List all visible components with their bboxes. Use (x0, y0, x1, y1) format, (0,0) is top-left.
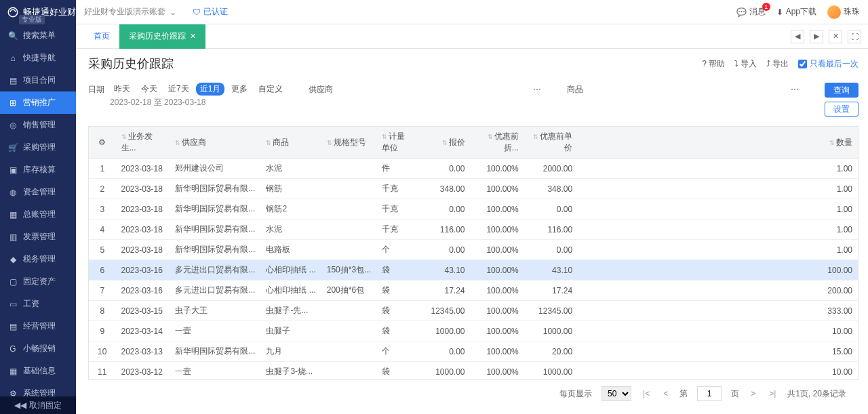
date-option[interactable]: 近1月 (196, 83, 225, 96)
query-button[interactable]: 查询 (825, 83, 859, 98)
supplier-more-button[interactable]: ⋯ (529, 85, 545, 94)
message-icon: 💬 (736, 7, 747, 17)
sidebar-item-cart[interactable]: ◎销售管理 (0, 114, 76, 136)
sort-icon[interactable]: ⇅ (121, 133, 127, 140)
sidebar-item-book[interactable]: ▦总账管理 (0, 203, 76, 226)
sort-icon[interactable]: ⇅ (382, 133, 387, 140)
sidebar-item-inv[interactable]: ▥发票管理 (0, 226, 76, 248)
tab-home[interactable]: 首页 (84, 24, 119, 49)
help-link[interactable]: ?帮助 (702, 58, 725, 70)
home-icon: ⌂ (8, 54, 18, 63)
next-page-button[interactable]: > (749, 389, 757, 398)
gear-icon[interactable]: ⚙ (98, 138, 106, 147)
table-cell: 100.00% (471, 281, 524, 301)
table-cell: 郑州建设公司 (170, 159, 260, 179)
sidebar-item-asset[interactable]: ▢固定资产 (0, 270, 76, 293)
table-row[interactable]: 12023-03-18郑州建设公司水泥件0.00100.00%2000.001.… (89, 159, 858, 179)
last-page-button[interactable]: >| (767, 389, 778, 398)
sidebar-item-g[interactable]: G小畅报销 (0, 337, 76, 360)
date-option[interactable]: 近7天 (164, 83, 193, 96)
sidebar-item-tax[interactable]: ◆税务管理 (0, 248, 76, 270)
sort-icon[interactable]: ⇅ (829, 140, 835, 146)
pin-toggle[interactable]: ◀◀ 取消固定 (0, 396, 76, 414)
column-header[interactable]: ⇅报价 (416, 127, 470, 159)
column-header[interactable]: ⇅规格型号 (321, 127, 376, 159)
org-selector[interactable]: 好业财专业版演示账套 ⌄ (84, 6, 176, 18)
user-menu[interactable]: 珠珠 (827, 5, 860, 19)
table-cell: 0.00 (524, 240, 578, 260)
only-last-input[interactable] (798, 60, 807, 68)
search-icon: 🔍 (8, 31, 18, 41)
download-button[interactable]: ⬇ App下载 (776, 6, 816, 18)
export-link[interactable]: ⤴导出 (766, 58, 789, 70)
sidebar-item-mega[interactable]: ⊞营销推广 (0, 91, 76, 114)
table-row[interactable]: 112023-03-12一壹虫腿子3-烧...袋1000.00100.00%10… (89, 362, 858, 380)
table-row[interactable]: 42023-03-18新华明国际贸易有限...水泥千克116.00100.00%… (89, 220, 858, 240)
tab-next-button[interactable]: ▶ (810, 30, 823, 43)
tab-prev-button[interactable]: ◀ (791, 30, 804, 43)
table-cell (321, 159, 376, 179)
sidebar-item-base[interactable]: ▦基础信息 (0, 360, 76, 382)
sidebar-item-money[interactable]: ◍资金管理 (0, 181, 76, 203)
sort-icon[interactable]: ⇅ (442, 140, 448, 146)
column-header[interactable]: ⇅优惠前单价 (524, 127, 578, 159)
org-name: 好业财专业版演示账套 (84, 6, 165, 18)
table-cell: 2023-03-16 (116, 281, 170, 301)
import-link[interactable]: ⤵导入 (734, 58, 757, 70)
prev-page-button[interactable]: < (661, 389, 670, 398)
sort-icon[interactable]: ⇅ (533, 133, 538, 140)
per-page-select[interactable]: 50 (601, 386, 631, 401)
wage-icon: ▭ (8, 299, 18, 309)
product-more-button[interactable]: ⋯ (787, 85, 803, 94)
column-header[interactable]: ⇅数量 (578, 127, 858, 159)
sidebar-item-biz[interactable]: ▤经营管理 (0, 315, 76, 337)
sidebar-item-search[interactable]: 🔍搜索菜单 (0, 24, 76, 47)
sidebar-item-doc[interactable]: ▤项目合同 (0, 69, 76, 91)
table-cell: 0.00 (416, 159, 470, 179)
date-option[interactable]: 今天 (137, 83, 161, 96)
import-icon: ⤵ (734, 59, 738, 68)
fullscreen-button[interactable]: ⛶ (848, 30, 861, 43)
sidebar-item-home[interactable]: ⌂快捷导航 (0, 47, 76, 69)
table-cell: 0.00 (524, 199, 578, 220)
table-row[interactable]: 72023-03-16多元进出口贸易有限...心相印抽纸 ...200抽*6包袋… (89, 281, 858, 301)
table-cell: 348.00 (524, 179, 578, 199)
sidebar-item-box[interactable]: ▣库存核算 (0, 159, 76, 181)
settings-button[interactable]: 设置 (825, 102, 859, 117)
column-header[interactable]: ⇅业务发生... (116, 127, 170, 159)
table-row[interactable]: 22023-03-18新华明国际贸易有限...钢筋千克348.00100.00%… (89, 179, 858, 199)
table-row[interactable]: 62023-03-16多元进出口贸易有限...心相印抽纸 ...150抽*3包.… (89, 260, 858, 281)
table-cell: 1000.00 (416, 321, 470, 341)
table-row[interactable]: 32023-03-18新华明国际贸易有限...钢筋2千克0.00100.00%0… (89, 199, 858, 220)
table-cell: 水泥 (260, 220, 321, 240)
column-header[interactable]: ⇅优惠前折... (471, 127, 524, 159)
table-cell: 件 (376, 159, 416, 179)
sort-icon[interactable]: ⇅ (175, 140, 180, 146)
date-option[interactable]: 昨天 (110, 83, 134, 96)
table-row[interactable]: 52023-03-18新华明国际贸易有限...电路板个0.00100.00%0.… (89, 240, 858, 260)
date-option[interactable]: 更多 (227, 83, 252, 96)
table-row[interactable]: 102023-03-13新华明国际贸易有限...九月个0.00100.00%20… (89, 341, 858, 362)
table-cell: 0.00 (416, 199, 470, 220)
tab-close-all-button[interactable]: ✕ (829, 30, 842, 43)
column-header[interactable]: ⇅商品 (260, 127, 321, 159)
table-cell: 新华明国际贸易有限... (170, 341, 260, 362)
sort-icon[interactable]: ⇅ (327, 140, 332, 146)
first-page-button[interactable]: |< (641, 389, 652, 398)
sidebar-item-wage[interactable]: ▭工资 (0, 293, 76, 315)
only-last-checkbox[interactable]: 只看最后一次 (798, 58, 859, 70)
date-option[interactable]: 自定义 (254, 83, 287, 96)
close-icon[interactable]: ✕ (190, 32, 196, 41)
page-input[interactable] (697, 386, 722, 401)
sort-icon[interactable]: ⇅ (488, 133, 493, 140)
column-header[interactable]: ⇅计量单位 (376, 127, 416, 159)
sidebar-item-cart2[interactable]: 🛒采购管理 (0, 136, 76, 159)
tab-active[interactable]: 采购历史价跟踪 ✕ (119, 24, 205, 49)
sort-icon[interactable]: ⇅ (266, 140, 271, 146)
messages-button[interactable]: 💬 消息 1 (736, 6, 766, 18)
shield-icon: 🛡 (193, 7, 201, 17)
column-header[interactable]: ⇅供应商 (170, 127, 260, 159)
column-header[interactable]: ⚙ (89, 127, 116, 159)
table-row[interactable]: 92023-03-14一壹虫腿子袋1000.00100.00%1000.0010… (89, 321, 858, 341)
table-row[interactable]: 82023-03-15虫子大王虫腿子-先...袋12345.00100.00%1… (89, 301, 858, 321)
